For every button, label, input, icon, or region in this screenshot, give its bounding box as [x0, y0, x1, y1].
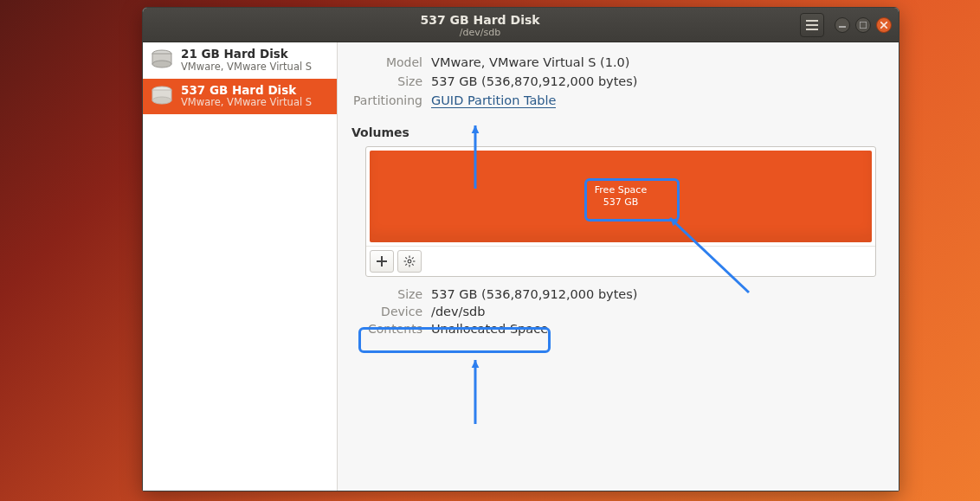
- svg-line-22: [412, 257, 414, 259]
- volume-settings-button[interactable]: [397, 250, 422, 273]
- close-button[interactable]: [876, 17, 892, 33]
- volume-block-free-space[interactable]: Free Space 537 GB: [370, 151, 872, 242]
- label-vol-size: Size: [351, 287, 431, 301]
- volume-block-label: Free Space 537 GB: [595, 184, 647, 209]
- disk-list-sidebar: 21 GB Hard Disk VMware, VMware Virtual S…: [143, 42, 338, 491]
- hard-disk-icon: [150, 85, 174, 106]
- titlebar: 537 GB Hard Disk /dev/sdb: [143, 8, 899, 42]
- gear-icon: [403, 255, 416, 267]
- window-subtitle: /dev/sdb: [160, 28, 800, 39]
- create-partition-button[interactable]: [370, 250, 394, 273]
- svg-point-15: [408, 260, 411, 263]
- svg-rect-3: [839, 26, 846, 28]
- svg-rect-1: [806, 24, 818, 26]
- svg-point-9: [152, 61, 171, 67]
- disk-info: Model VMware, VMware Virtual S (1.0) Siz…: [351, 53, 878, 110]
- main-pane: Model VMware, VMware Virtual S (1.0) Siz…: [338, 42, 899, 491]
- disk-item-title: 537 GB Hard Disk: [181, 84, 312, 98]
- app-window: 537 GB Hard Disk /dev/sdb: [142, 7, 899, 491]
- title-center: 537 GB Hard Disk /dev/sdb: [160, 10, 800, 39]
- label-size: Size: [351, 74, 431, 88]
- label-model: Model: [351, 55, 431, 69]
- volume-details: Size 537 GB (536,870,912,000 bytes) Devi…: [351, 286, 878, 337]
- hamburger-menu-button[interactable]: [800, 13, 824, 37]
- maximize-button[interactable]: [855, 17, 871, 33]
- content-pane: 21 GB Hard Disk VMware, VMware Virtual S…: [143, 42, 899, 491]
- titlebar-right: [800, 13, 899, 37]
- svg-rect-14: [377, 260, 387, 262]
- label-partitioning: Partitioning: [351, 93, 431, 107]
- svg-line-23: [405, 264, 407, 266]
- window-controls: [835, 17, 892, 33]
- disk-item-subtitle: VMware, VMware Virtual S: [181, 61, 312, 73]
- svg-line-21: [412, 264, 414, 266]
- disk-item-subtitle: VMware, VMware Virtual S: [181, 97, 312, 108]
- label-vol-contents: Contents: [351, 322, 431, 336]
- partitioning-link[interactable]: GUID Partition Table: [431, 93, 556, 108]
- disk-list-item-0[interactable]: 21 GB Hard Disk VMware, VMware Virtual S: [143, 42, 337, 79]
- value-vol-size: 537 GB (536,870,912,000 bytes): [431, 287, 637, 301]
- volumes-toolbar: [366, 246, 875, 276]
- svg-line-20: [405, 257, 407, 259]
- svg-rect-0: [806, 20, 818, 22]
- volume-block-size: 537 GB: [603, 196, 639, 208]
- minimize-button[interactable]: [835, 17, 850, 33]
- value-size: 537 GB (536,870,912,000 bytes): [431, 74, 637, 88]
- close-icon: [880, 22, 887, 29]
- maximize-icon: [860, 22, 867, 29]
- value-vol-contents: Unallocated Space: [431, 322, 548, 336]
- volumes-section-title: Volumes: [351, 125, 878, 139]
- value-model: VMware, VMware Virtual S (1.0): [431, 55, 629, 69]
- minimize-icon: [839, 22, 846, 29]
- disk-list-item-1[interactable]: 537 GB Hard Disk VMware, VMware Virtual …: [143, 79, 337, 115]
- svg-rect-4: [860, 22, 867, 29]
- svg-rect-2: [806, 29, 818, 30]
- svg-point-12: [152, 97, 171, 104]
- volumes-area: Free Space 537 GB: [365, 146, 876, 277]
- hamburger-icon: [806, 20, 818, 30]
- volume-block-name: Free Space: [595, 184, 647, 196]
- plus-icon: [377, 256, 387, 267]
- disk-item-title: 21 GB Hard Disk: [181, 48, 312, 61]
- label-vol-device: Device: [351, 305, 431, 318]
- window-title: 537 GB Hard Disk: [160, 13, 800, 27]
- value-vol-device: /dev/sdb: [431, 305, 485, 318]
- hard-disk-icon: [150, 48, 174, 69]
